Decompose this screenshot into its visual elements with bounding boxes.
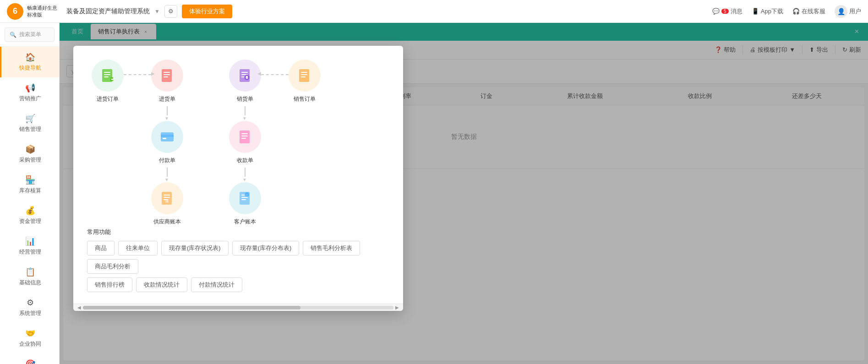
svg-rect-22 — [241, 133, 248, 134]
sidebar-item-operations[interactable]: 📊 经营管理 — [0, 231, 59, 261]
search-icon: 🔍 — [10, 32, 16, 38]
flow-circle-purchase-doc — [151, 60, 183, 92]
flow-payment-row: 付款单 收 — [147, 116, 389, 167]
flow-circle-customer-ledger — [229, 182, 261, 214]
message-icon-item[interactable]: 💬 5 消息 — [712, 7, 742, 16]
finance-icon: 💰 — [25, 206, 35, 216]
modal-overlay[interactable]: 进货订单 ▶ — [60, 23, 868, 364]
header-right: 💬 5 消息 📱 App下载 🎧 在线客服 👤 用户 — [712, 5, 861, 18]
sidebar-item-beginner[interactable]: 🎯 新手引导 — [0, 353, 59, 364]
func-btn-partner[interactable]: 往来单位 — [118, 241, 158, 255]
svg-rect-5 — [164, 72, 170, 73]
sidebar-item-sales[interactable]: 🛒 销售管理 — [0, 108, 59, 139]
func-btn-stock-dist[interactable]: 现存量(库存分布表) — [232, 241, 300, 255]
arrow-purchase-to-doc: ▶ — [124, 74, 151, 89]
sidebar-item-basic-info[interactable]: 📋 基础信息 — [0, 261, 59, 292]
svg-rect-16 — [301, 74, 307, 75]
scroll-arrow-right[interactable]: ▶ — [393, 304, 401, 311]
func-btn-receipt-stats[interactable]: 收款情况统计 — [136, 277, 187, 292]
flow-item-receipt[interactable]: 收款单 — [229, 121, 261, 164]
sidebar-item-inventory[interactable]: 🏪 库存核算 — [0, 169, 59, 200]
flow-item-sales-order[interactable]: 销售订单 — [289, 60, 321, 103]
flow-label-sales-doc: 销货单 — [237, 95, 253, 103]
func-btn-product[interactable]: 商品 — [87, 241, 115, 255]
modal-dialog: 进货订单 ▶ — [73, 46, 403, 311]
trial-button[interactable]: 体验行业方案 — [182, 5, 232, 18]
func-btn-sales-margin[interactable]: 销售毛利分析表 — [303, 241, 360, 255]
flow-circle-supplier-ledger: 账 — [151, 182, 183, 214]
sidebar-item-system[interactable]: ⚙ 系统管理 — [0, 292, 59, 323]
flow-ledger-row: 账 供应商账本 — [147, 178, 389, 228]
sidebar: 🔍 搜索菜单 🏠 快捷导航 📢 营销推广 🛒 销售管理 📦 采购管理 🏪 库存核… — [0, 23, 60, 364]
user-area[interactable]: 👤 用户 — [835, 5, 861, 18]
scroll-arrow-left[interactable]: ◀ — [76, 304, 83, 311]
func-btn-product-margin[interactable]: 商品毛利分析 — [87, 259, 138, 274]
logo-text: 畅康通好生意 标准版 — [27, 5, 57, 18]
svg-rect-21 — [240, 130, 250, 143]
scroll-track[interactable] — [83, 306, 393, 310]
arrow-sales-order-to-doc: ◀ — [261, 74, 289, 89]
system-name: 装备及固定资产辅助管理系统 — [66, 7, 150, 16]
flow-label-payment: 付款单 — [159, 157, 175, 164]
svg-rect-9 — [241, 72, 248, 73]
basic-info-icon: 📋 — [25, 267, 35, 277]
operations-icon: 📊 — [25, 236, 35, 246]
sidebar-item-enterprise[interactable]: 🤝 企业协同 — [0, 323, 59, 353]
sidebar-item-purchase[interactable]: 📦 采购管理 — [0, 139, 59, 169]
app-download-item[interactable]: 📱 App下载 — [752, 7, 783, 16]
sidebar-item-quick-guide[interactable]: 🏠 快捷导航 — [0, 47, 59, 77]
func-btn-payment-stats[interactable]: 付款情况统计 — [191, 277, 242, 292]
app-download-icon: 📱 — [752, 8, 759, 15]
enterprise-icon: 🤝 — [25, 328, 35, 338]
flow-item-payment[interactable]: 付款单 — [151, 121, 183, 164]
svg-rect-26 — [164, 195, 170, 196]
sidebar-search-button[interactable]: 🔍 搜索菜单 — [5, 27, 55, 42]
svg-rect-19 — [161, 135, 174, 137]
home-icon: 🏠 — [25, 52, 35, 62]
flow-item-supplier-ledger[interactable]: 账 供应商账本 — [151, 182, 183, 226]
flow-item-purchase-doc[interactable]: 进货单 — [151, 60, 183, 103]
svg-rect-32 — [241, 197, 248, 198]
search-label: 搜索菜单 — [19, 31, 41, 38]
scroll-thumb — [83, 306, 300, 310]
arrow-down-payment — [151, 167, 183, 178]
sidebar-label-system: 系统管理 — [19, 310, 41, 317]
flow-item-customer-ledger[interactable]: 客户账本 — [229, 182, 261, 226]
main-layout: 🔍 搜索菜单 🏠 快捷导航 📢 营销推广 🛒 销售管理 📦 采购管理 🏪 库存核… — [0, 23, 868, 364]
online-service-label: 在线客服 — [802, 7, 825, 16]
svg-rect-33 — [241, 199, 246, 200]
sidebar-item-finance[interactable]: 💰 资金管理 — [0, 200, 59, 231]
func-btn-sales-rank[interactable]: 销售排行榜 — [87, 277, 132, 292]
gear-button[interactable]: ⚙ — [164, 5, 177, 18]
sidebar-item-marketing[interactable]: 📢 营销推广 — [0, 77, 59, 108]
flow-top-row: 进货订单 ▶ — [92, 60, 321, 103]
flow-item-sales-doc[interactable]: 销货单 — [229, 60, 261, 103]
marketing-icon: 📢 — [25, 83, 35, 93]
svg-rect-3 — [104, 76, 109, 77]
top-header: 6 畅康通好生意 标准版 装备及固定资产辅助管理系统 ▼ ⚙ 体验行业方案 💬 … — [0, 0, 868, 23]
func-buttons-row-1: 商品 往来单位 现存量(库存状况表) 现存量(库存分布表) 销售毛利分析表 商品… — [87, 241, 389, 274]
flow-label-purchase-order: 进货订单 — [97, 95, 119, 103]
common-functions-section: 常用功能 商品 往来单位 现存量(库存状况表) 现存量(库存分布表) 销售毛利分… — [87, 228, 389, 299]
sidebar-label-enterprise: 企业协同 — [19, 340, 41, 348]
svg-rect-15 — [301, 72, 307, 73]
system-dropdown-arrow[interactable]: ▼ — [154, 8, 160, 15]
flow-circle-payment — [151, 121, 183, 153]
svg-rect-13 — [246, 76, 248, 79]
common-functions-title: 常用功能 — [87, 228, 389, 236]
sidebar-label-purchase: 采购管理 — [19, 156, 41, 164]
app-download-label: App下载 — [761, 7, 783, 16]
online-service-item[interactable]: 🎧 在线客服 — [792, 7, 825, 16]
arrow-down-sales — [229, 105, 261, 116]
svg-rect-17 — [301, 76, 306, 77]
sidebar-search-area: 🔍 搜索菜单 — [0, 23, 59, 47]
svg-rect-2 — [104, 74, 110, 75]
flow-label-receipt: 收款单 — [237, 157, 253, 164]
flow-label-sales-order: 销售订单 — [294, 95, 316, 103]
modal-scrollbar[interactable]: ◀ ▶ — [73, 304, 403, 311]
flow-circle-sales-order — [289, 60, 321, 92]
svg-rect-23 — [241, 136, 248, 136]
flow-item-purchase-order[interactable]: 进货订单 — [92, 60, 124, 103]
func-btn-stock-status[interactable]: 现存量(库存状况表) — [161, 241, 229, 255]
sales-icon: 🛒 — [25, 114, 35, 124]
